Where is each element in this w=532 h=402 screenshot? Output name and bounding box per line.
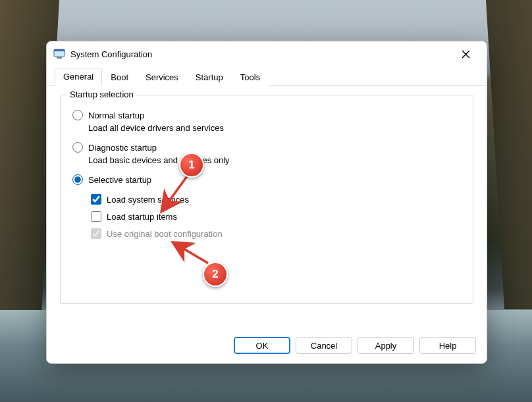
startup-selection-group: Startup selection Normal startup Load al…	[60, 95, 473, 304]
tab-general[interactable]: General	[55, 68, 102, 86]
ok-button[interactable]: OK	[234, 337, 290, 354]
tabpanel-general: Startup selection Normal startup Load al…	[47, 86, 487, 330]
annotation-badge-2: 2	[203, 262, 228, 287]
app-icon	[53, 48, 65, 60]
apply-button[interactable]: Apply	[358, 337, 414, 354]
window-title: System Configuration	[70, 49, 152, 59]
checkbox-use-original-boot-label: Use original boot configuration	[107, 229, 223, 239]
close-icon	[462, 50, 470, 59]
radio-diagnostic-label: Diagnostic startup	[88, 143, 157, 153]
radio-normal-startup[interactable]: Normal startup	[72, 110, 461, 120]
cancel-button[interactable]: Cancel	[296, 337, 352, 354]
checkbox-load-startup-items-label: Load startup items	[107, 212, 177, 222]
tabstrip: General Boot Services Startup Tools	[47, 66, 487, 86]
radio-selective-startup[interactable]: Selective startup	[72, 174, 461, 185]
checkbox-use-original-boot: Use original boot configuration	[91, 228, 461, 239]
radio-diagnostic-startup[interactable]: Diagnostic startup	[72, 142, 461, 153]
radio-normal-input[interactable]	[72, 110, 83, 120]
checkbox-load-system-services-label: Load system services	[107, 195, 189, 205]
checkbox-use-original-boot-input	[91, 228, 101, 239]
titlebar: System Configuration	[47, 41, 487, 66]
tab-tools[interactable]: Tools	[232, 68, 269, 86]
help-button[interactable]: Help	[419, 337, 476, 354]
group-legend: Startup selection	[67, 89, 136, 99]
svg-rect-1	[54, 49, 65, 51]
checkbox-load-startup-items[interactable]: Load startup items	[91, 211, 461, 222]
dialog-button-row: OK Cancel Apply Help	[47, 330, 487, 363]
tab-boot[interactable]: Boot	[102, 68, 137, 86]
radio-normal-label: Normal startup	[88, 111, 144, 120]
checkbox-load-startup-items-input[interactable]	[91, 211, 101, 222]
radio-selective-label: Selective startup	[88, 175, 151, 185]
radio-diagnostic-desc: Load basic devices and services only	[88, 155, 461, 165]
tab-services[interactable]: Services	[137, 68, 187, 86]
radio-diagnostic-input[interactable]	[72, 142, 83, 153]
svg-rect-2	[57, 57, 62, 59]
system-configuration-dialog: System Configuration General Boot Servic…	[46, 41, 487, 364]
close-button[interactable]	[451, 44, 480, 64]
radio-normal-desc: Load all device drivers and services	[88, 123, 461, 133]
radio-selective-input[interactable]	[72, 174, 83, 185]
tab-startup[interactable]: Startup	[187, 68, 232, 86]
annotation-badge-1: 1	[179, 153, 204, 178]
checkbox-load-system-services[interactable]: Load system services	[91, 194, 461, 205]
checkbox-load-system-services-input[interactable]	[91, 194, 101, 205]
